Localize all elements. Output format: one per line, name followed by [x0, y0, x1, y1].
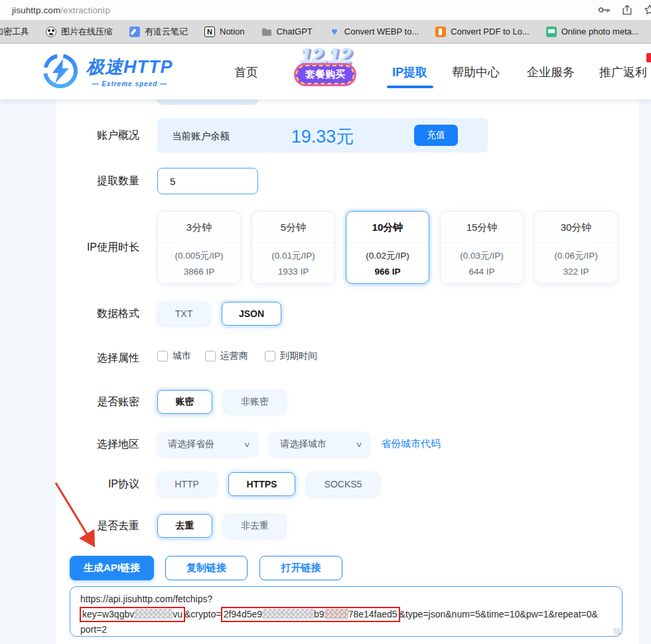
- bookmark-label: Online photo meta...: [561, 27, 639, 36]
- province-city-code-link[interactable]: 省份城市代码: [381, 438, 441, 450]
- duration-title: 3分钟: [158, 222, 240, 234]
- region-label: 选择地区: [0, 438, 139, 452]
- dedup-label: 是否去重: [0, 519, 139, 533]
- api-url-line1: https://api.jisuhttp.com/fetchips?: [80, 592, 612, 607]
- bookmark-photo-meta[interactable]: Online photo meta...: [542, 27, 643, 37]
- checkbox-label: 到期时间: [280, 350, 317, 362]
- bookmark-chatgpt[interactable]: ChatGPT: [257, 27, 317, 37]
- checkbox-city[interactable]: 城市: [157, 350, 191, 362]
- duration-option-3min[interactable]: 3分钟 (0.005元/IP) 3866 IP: [157, 211, 241, 284]
- auth-option-password-selected[interactable]: 账密: [157, 390, 212, 414]
- api-url-params: &type=json&num=5&time=10&pw=1&repeat=0&: [399, 609, 598, 619]
- protocol-option-http[interactable]: HTTP: [157, 472, 216, 496]
- account-balance-box: 当前账户余额 19.33元 充值: [157, 118, 488, 153]
- youdao-pen-icon: [129, 27, 140, 37]
- duration-option-10min-selected[interactable]: 10分钟 (0.02元/IP) 966 IP: [346, 211, 429, 284]
- lightning-logo-icon: [42, 53, 78, 89]
- folder-icon: [261, 27, 272, 37]
- recharge-button[interactable]: 充值: [414, 125, 458, 146]
- duration-price: (0.02元/IP): [346, 250, 429, 262]
- duration-option-15min[interactable]: 15分钟 (0.03元/IP) 644 IP: [440, 211, 524, 284]
- nav-active-underline: [387, 86, 433, 88]
- duration-count: 3866 IP: [158, 267, 240, 277]
- duration-title: 15分钟: [441, 222, 523, 234]
- province-select[interactable]: 请选择省份 ∨: [157, 432, 257, 456]
- bookmark-star-icon[interactable]: [643, 4, 651, 16]
- bookmark-encrypt-tool[interactable]: 加密工具: [0, 26, 33, 38]
- generate-api-link-button[interactable]: 生成API链接: [70, 556, 154, 580]
- duration-count: 322 IP: [535, 267, 617, 277]
- site-header: 极速HTTP — Extreme speed — 首页 12.12 套餐购买 I…: [0, 44, 651, 99]
- checkbox-label: 城市: [173, 350, 191, 362]
- bookmark-convert-pdf[interactable]: Convert PDF to Lo...: [431, 27, 534, 37]
- redacted-key-annotation-box: key=w3qgbvvu: [80, 607, 185, 622]
- bookmark-convert-webp[interactable]: ♥Convert WEBP to...: [325, 27, 423, 37]
- duration-title: 10分钟: [346, 222, 429, 234]
- checkbox-box: [157, 351, 168, 361]
- duration-label: IP使用时长: [0, 241, 139, 255]
- open-link-button[interactable]: 打开链接: [259, 556, 342, 580]
- bookmark-label: Convert WEBP to...: [344, 27, 419, 36]
- api-crypto-param: &crypto=: [184, 609, 222, 619]
- chevron-down-icon: ∨: [243, 440, 250, 449]
- format-option-json-selected[interactable]: JSON: [222, 302, 281, 326]
- nav-enterprise[interactable]: 企业服务: [527, 64, 575, 80]
- browser-address-bar[interactable]: jisuhttp.com/extractionIp: [0, 0, 651, 20]
- duration-price: (0.06元/IP): [535, 250, 617, 262]
- checkbox-box: [205, 351, 216, 361]
- bookmark-youdao[interactable]: 有道云笔记: [125, 26, 192, 38]
- copy-link-button[interactable]: 复制链接: [165, 556, 248, 580]
- nav-referral[interactable]: 推广返利: [599, 64, 647, 80]
- url-text[interactable]: jisuhttp.com/extractionIp: [12, 5, 110, 15]
- api-key-prefix: key=w3qgbv: [82, 609, 134, 619]
- auth-option-no-password[interactable]: 非账密: [224, 390, 286, 414]
- format-label: 数据格式: [0, 307, 139, 321]
- dedup-option-no[interactable]: 非去重: [224, 514, 286, 538]
- bookmark-label: ChatGPT: [277, 27, 313, 36]
- duration-option-5min[interactable]: 5分钟 (0.01元/IP) 1933 IP: [252, 211, 335, 284]
- api-key-suffix: vu: [173, 609, 182, 619]
- api-port-param: port=2: [80, 624, 107, 635]
- api-url-base: https://api.jisuhttp.com/fetchips?: [80, 594, 212, 604]
- promo-1212-text: 12.12: [287, 44, 364, 68]
- panda-icon: [46, 27, 56, 37]
- promo-banner-1212[interactable]: 12.12 套餐购买: [287, 44, 364, 98]
- city-placeholder: 请选择城市: [280, 438, 326, 450]
- mosaic-blur: [325, 609, 348, 619]
- bookmarks-bar: 加密工具 图片在线压缩 有道云笔记 NNotion ChatGPT ♥Conve…: [0, 20, 651, 44]
- checkbox-label: 运营商: [220, 350, 248, 362]
- duration-option-30min[interactable]: 30分钟 (0.06元/IP) 322 IP: [534, 211, 618, 284]
- bookmark-image-compress[interactable]: 图片在线压缩: [42, 26, 117, 38]
- redacted-crypto-annotation-box: 2f94d5e9b978e14faed5: [221, 607, 400, 622]
- dedup-option-yes-selected[interactable]: 去重: [157, 514, 212, 538]
- duration-price: (0.03元/IP): [441, 250, 523, 262]
- nav-help-center[interactable]: 帮助中心: [452, 64, 500, 80]
- bookmark-label: 有道云笔记: [145, 26, 188, 38]
- nav-ip-extract[interactable]: IP提取: [392, 64, 427, 80]
- nav-home[interactable]: 首页: [234, 64, 258, 80]
- share-icon[interactable]: [620, 4, 634, 16]
- format-option-txt[interactable]: TXT: [157, 302, 210, 326]
- api-crypto-p2: b9: [314, 609, 325, 619]
- mosaic-blur: [134, 609, 173, 619]
- api-url-textarea[interactable]: https://api.jisuhttp.com/fetchips? key=w…: [70, 586, 622, 637]
- site-logo[interactable]: 极速HTTP — Extreme speed —: [42, 53, 173, 89]
- duration-count: 644 IP: [441, 267, 523, 277]
- quantity-label: 提取数量: [0, 174, 139, 188]
- quantity-input[interactable]: [157, 168, 258, 194]
- account-overview-label: 账户概况: [0, 129, 139, 143]
- protocol-option-https-selected[interactable]: HTTPS: [228, 472, 295, 496]
- password-key-icon[interactable]: [598, 4, 611, 16]
- duration-count: 966 IP: [346, 267, 429, 277]
- city-select[interactable]: 请选择城市 ∨: [269, 432, 370, 456]
- checkbox-expire-time[interactable]: 到期时间: [265, 350, 317, 362]
- province-placeholder: 请选择省份: [168, 438, 214, 450]
- bookmark-label: 图片在线压缩: [61, 26, 113, 38]
- bookmark-notion[interactable]: NNotion: [200, 27, 249, 37]
- protocol-option-socks5[interactable]: SOCKS5: [307, 472, 380, 496]
- duration-count: 1933 IP: [252, 267, 334, 277]
- auth-label: 是否账密: [0, 395, 139, 409]
- duration-title: 5分钟: [252, 222, 334, 234]
- checkbox-carrier[interactable]: 运营商: [205, 350, 248, 362]
- textarea-resize-handle[interactable]: [614, 628, 620, 635]
